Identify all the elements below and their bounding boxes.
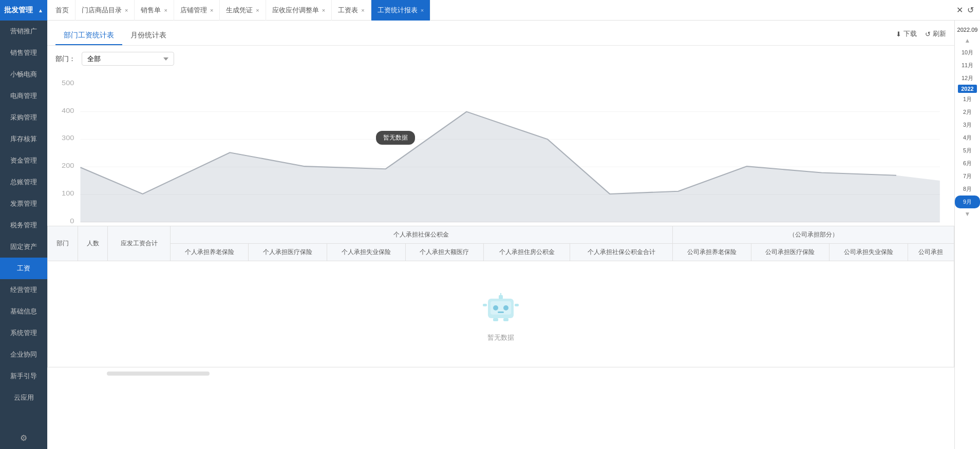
tab-销售单[interactable]: 销售单× [135, 0, 174, 21]
timeline-month-4[interactable]: 4月 [955, 131, 980, 144]
page-content: 部门工资统计表月份统计表 ⬇ 下载 ↺ 刷新 部门： 全部 销 [47, 21, 954, 449]
timeline-month-8[interactable]: 8月 [955, 183, 980, 196]
svg-text:200: 200 [62, 162, 74, 169]
sidebar-item-小畅电商[interactable]: 小畅电商 [0, 64, 47, 85]
tab-应收应付调整单[interactable]: 应收应付调整单× [266, 0, 332, 21]
sidebar-title: 批发管理 [4, 6, 33, 15]
tab-close-icon[interactable]: × [210, 7, 213, 13]
svg-rect-16 [498, 311, 504, 313]
timeline-year-marker[interactable]: 2022 [958, 85, 976, 93]
sidebar-item-税务管理[interactable]: 税务管理 [0, 214, 47, 236]
sidebar-item-新手引导[interactable]: 新手引导 [0, 365, 47, 387]
sidebar-item-基础信息[interactable]: 基础信息 [0, 301, 47, 322]
tab-label: 首页 [55, 6, 69, 15]
tab-工资统计报表[interactable]: 工资统计报表× [371, 0, 430, 21]
sidebar-item-云应用[interactable]: 云应用 [0, 387, 47, 408]
svg-point-14 [493, 305, 498, 310]
department-select[interactable]: 全部 销售部 采购部 财务部 行政部 [82, 52, 174, 66]
refresh-button[interactable]: ↺ 刷新 [925, 29, 946, 38]
timeline-month-7[interactable]: 7月 [955, 170, 980, 183]
tab-close-icon[interactable]: × [125, 7, 128, 13]
chart-container: 0 100 200 300 400 500 [47, 72, 954, 226]
sidebar-item-固定资产[interactable]: 固定资产 [0, 236, 47, 258]
sidebar-footer[interactable]: ⚙ [0, 427, 47, 449]
tab-生成凭证[interactable]: 生成凭证× [220, 0, 266, 21]
tab-label: 生成凭证 [226, 6, 253, 15]
line-chart: 0 100 200 300 400 500 [55, 72, 946, 226]
sub-tabs: 部门工资统计表月份统计表 ⬇ 下载 ↺ 刷新 [47, 21, 954, 46]
filter-row: 部门： 全部 销售部 采购部 财务部 行政部 [47, 46, 954, 72]
download-button[interactable]: ⬇ 下载 [896, 29, 917, 38]
table-area[interactable]: 部门 人数 应发工资合计 个人承担社保公积金 （公司承担部分） 个人承担养老保险… [47, 226, 954, 449]
timeline-top-label: 2022.09 [956, 25, 979, 35]
col-personal-pension: 个人承担养老保险 [170, 244, 249, 261]
tab-店铺管理[interactable]: 店铺管理× [174, 0, 220, 21]
sidebar-header[interactable]: 批发管理 ▲ [0, 0, 47, 21]
sidebar-item-系统管理[interactable]: 系统管理 [0, 322, 47, 344]
sidebar-item-工资[interactable]: 工资 [0, 258, 47, 279]
refresh-tab-button[interactable]: ↺ [967, 5, 974, 15]
col-personal-total: 个人承担社保公积金合计 [570, 244, 673, 261]
timeline-month-5[interactable]: 5月 [955, 144, 980, 157]
timeline-month-2[interactable]: 2月 [955, 106, 980, 119]
filter-dept-label: 部门： [55, 54, 76, 64]
tab-门店商品目录[interactable]: 门店商品目录× [76, 0, 135, 21]
svg-rect-21 [493, 318, 498, 321]
sidebar-item-销售管理[interactable]: 销售管理 [0, 42, 47, 64]
refresh-label: 刷新 [933, 29, 946, 38]
content-area: 部门工资统计表月份统计表 ⬇ 下载 ↺ 刷新 部门： 全部 销 [47, 21, 980, 449]
close-tab-button[interactable]: ✕ [956, 5, 963, 15]
timeline-up-arrow[interactable]: ▲ [963, 35, 973, 46]
tab-首页[interactable]: 首页 [49, 0, 76, 21]
sidebar-item-经营管理[interactable]: 经营管理 [0, 279, 47, 301]
sub-tab-部门工资统计表[interactable]: 部门工资统计表 [55, 27, 122, 45]
tab-close-icon[interactable]: × [421, 7, 424, 13]
sidebar-item-电商管理[interactable]: 电商管理 [0, 85, 47, 107]
timeline-month-12[interactable]: 12月 [955, 72, 980, 85]
sub-tab-月份统计表[interactable]: 月份统计表 [122, 27, 175, 45]
timeline-month-3[interactable]: 3月 [955, 119, 980, 131]
col-company-other: 公司承担 [908, 244, 954, 261]
sidebar-item-库存核算[interactable]: 库存核算 [0, 128, 47, 150]
col-personal-major-medical: 个人承担大额医疗 [405, 244, 484, 261]
sidebar-item-采购管理[interactable]: 采购管理 [0, 107, 47, 128]
table-scrollbar[interactable] [107, 372, 210, 376]
svg-rect-18 [500, 293, 501, 296]
timeline-month-1[interactable]: 1月 [955, 93, 980, 106]
sidebar-toggle-icon: ▲ [38, 8, 43, 13]
timeline-month-11[interactable]: 11月 [955, 59, 980, 72]
tab-close-icon[interactable]: × [164, 7, 167, 13]
tab-close-icon[interactable]: × [361, 7, 364, 13]
svg-rect-17 [499, 295, 503, 299]
sidebar-item-发票管理[interactable]: 发票管理 [0, 193, 47, 214]
download-label: 下载 [903, 29, 917, 38]
sidebar-item-企业协同[interactable]: 企业协同 [0, 344, 47, 365]
empty-text: 暂无数据 [487, 333, 514, 342]
tab-label: 门店商品目录 [82, 6, 122, 15]
svg-point-15 [503, 305, 508, 310]
table-row: 暂无数据 [48, 261, 954, 367]
col-company-medical: 公司承担医疗保险 [751, 244, 830, 261]
settings-icon: ⚙ [20, 434, 27, 442]
timeline-panel: 2022.09 ▲ 10月 11月 12月 2022 1月 2月 3月 4月 5… [954, 21, 980, 449]
sidebar-item-营销推广[interactable]: 营销推广 [0, 21, 47, 42]
tab-close-icon[interactable]: × [256, 7, 259, 13]
svg-text:500: 500 [62, 80, 74, 87]
timeline-month-6[interactable]: 6月 [955, 157, 980, 170]
col-company-pension: 公司承担养老保险 [673, 244, 751, 261]
timeline-month-9[interactable]: 9月 [955, 196, 980, 208]
svg-text:300: 300 [62, 134, 74, 142]
tab-close-icon[interactable]: × [322, 7, 325, 13]
tabs-bar-end: ✕ ↺ [956, 5, 978, 15]
sidebar-item-资金管理[interactable]: 资金管理 [0, 150, 47, 171]
timeline-month-10[interactable]: 10月 [955, 46, 980, 59]
svg-text:0: 0 [70, 218, 74, 225]
tab-工资表[interactable]: 工资表× [332, 0, 371, 21]
col-personal-housing: 个人承担住房公积金 [484, 244, 570, 261]
svg-text:100: 100 [62, 190, 74, 197]
svg-text:400: 400 [62, 107, 74, 114]
timeline-down-arrow[interactable]: ▼ [963, 208, 973, 220]
tab-label: 销售单 [141, 6, 161, 15]
sidebar-item-总账管理[interactable]: 总账管理 [0, 171, 47, 193]
col-group-company: （公司承担部分） [673, 226, 954, 244]
